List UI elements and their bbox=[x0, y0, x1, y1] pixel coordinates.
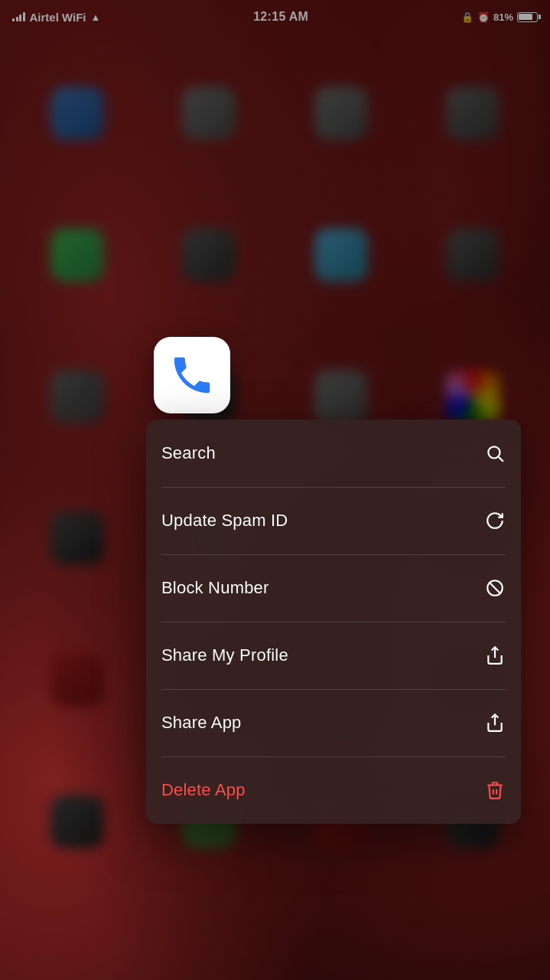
trash-icon bbox=[484, 779, 506, 801]
menu-label-share-app: Share App bbox=[161, 713, 242, 733]
phone-icon bbox=[168, 351, 216, 399]
svg-line-1 bbox=[499, 457, 503, 462]
menu-item-search[interactable]: Search bbox=[146, 420, 521, 487]
share-profile-icon bbox=[484, 645, 506, 666]
menu-item-share-app[interactable]: Share App bbox=[146, 689, 521, 756]
menu-label-block-number: Block Number bbox=[161, 578, 269, 598]
menu-label-search: Search bbox=[161, 443, 216, 463]
refresh-icon bbox=[484, 510, 506, 531]
menu-item-update-spam-id[interactable]: Update Spam ID bbox=[146, 487, 521, 554]
context-menu-container: Search Update Spam ID Block Number bbox=[146, 337, 521, 824]
menu-label-update-spam-id: Update Spam ID bbox=[161, 511, 288, 531]
menu-label-delete-app: Delete App bbox=[161, 780, 246, 800]
app-icon-phone bbox=[154, 337, 230, 413]
menu-item-block-number[interactable]: Block Number bbox=[146, 554, 521, 622]
context-menu: Search Update Spam ID Block Number bbox=[146, 420, 521, 824]
svg-point-0 bbox=[488, 446, 500, 458]
share-app-icon bbox=[484, 712, 506, 733]
menu-item-delete-app[interactable]: Delete App bbox=[146, 756, 521, 824]
menu-item-share-my-profile[interactable]: Share My Profile bbox=[146, 622, 521, 689]
menu-label-share-my-profile: Share My Profile bbox=[161, 645, 288, 665]
search-icon bbox=[484, 443, 506, 464]
block-icon bbox=[484, 577, 506, 599]
svg-line-3 bbox=[489, 582, 500, 593]
